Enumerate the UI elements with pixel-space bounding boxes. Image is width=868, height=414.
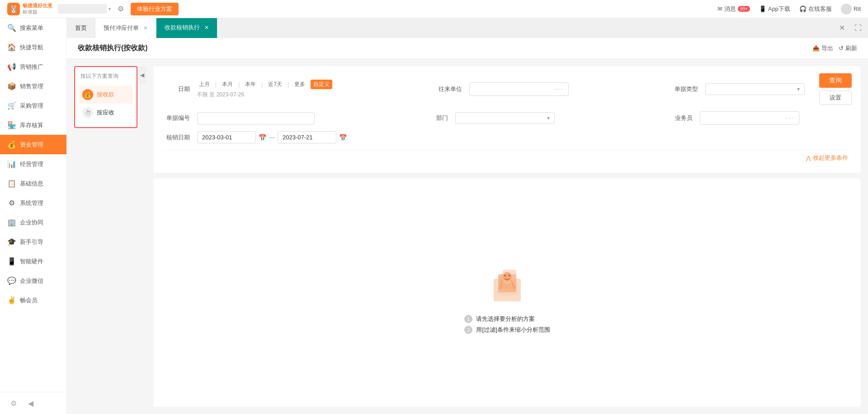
empty-state: 1 请先选择要分析的方案 2 用[过滤]条件来缩小分析范围 <box>154 178 861 407</box>
shortcut-this-year[interactable]: 本年 <box>243 80 258 89</box>
shortcut-last-month[interactable]: 上月 <box>197 80 212 89</box>
topbar-right: ✉ 消息 99+ 📱 App下载 🎧 在线客服 Rit <box>717 4 861 14</box>
collapse-more-button[interactable]: ⋀ 收起更多条件 <box>802 152 852 164</box>
company-name <box>58 4 107 14</box>
staff-field[interactable]: ··· <box>700 111 799 125</box>
form-row-2: 单据编号 部门 ▾ 业务员 ··· <box>163 111 852 125</box>
shortcut-custom[interactable]: 自定义 <box>311 80 332 89</box>
sidebar-item-system[interactable]: ⚙ 系统管理 <box>0 193 66 213</box>
more-conditions-row: ⋀ 收起更多条件 <box>163 150 852 166</box>
sidebar-item-purchase[interactable]: 🛒 采购管理 <box>0 96 66 115</box>
collapse-icon: ◀ <box>140 72 144 78</box>
solution-button[interactable]: 体验行业方案 <box>131 3 179 15</box>
tabbar: 首页 预付冲应付单 ✕ 收款核销执行 ✕ ✕ ⛶ <box>67 18 868 38</box>
refresh-icon: ↺ <box>839 45 844 52</box>
main-layout: 🔍 搜索菜单 🏠 快捷导航 📢 营销推广 📦 销售管理 🛒 采购管理 🏪 库存核… <box>0 18 868 414</box>
verify-date-start-input[interactable] <box>197 131 256 143</box>
sidebar-item-inventory[interactable]: 🏪 库存核算 <box>0 115 66 135</box>
filter-panel-title: 按以下方案查询 <box>79 72 133 80</box>
sidebar-item-wechat[interactable]: 💬 企业微信 <box>0 271 66 290</box>
doc-type-field[interactable]: ▾ <box>705 83 805 95</box>
dept-label: 部门 <box>430 114 448 122</box>
svg-point-8 <box>509 275 510 276</box>
filter-receipt-icon: 💰 <box>82 89 93 100</box>
sidebar-item-operation[interactable]: 📊 经营管理 <box>0 154 66 174</box>
sidebar-item-marketing[interactable]: 📢 营销推广 <box>0 57 66 76</box>
tab-close-receipt[interactable]: ✕ <box>204 24 209 31</box>
counterpart-label: 往来单位 <box>430 85 462 93</box>
app-download-item[interactable]: 📱 App下载 <box>759 5 790 13</box>
chevron-down-icon: ▾ <box>108 6 111 11</box>
date-range-info: 不限 至 2023-07-26 <box>197 91 332 99</box>
sidebar-item-hardware[interactable]: 📱 智能硬件 <box>0 252 66 271</box>
verify-date-end-input[interactable] <box>278 131 336 143</box>
logo-icon: 🐰 <box>7 3 20 15</box>
tab-close-all-icon[interactable]: ✕ <box>835 22 848 34</box>
doc-no-input[interactable] <box>197 112 315 124</box>
panel-collapse-button[interactable]: ◀ <box>137 66 146 84</box>
filter-item-by-receivable[interactable]: ⏱ 按应收 <box>79 104 133 122</box>
filter-item-by-receipt[interactable]: 💰 按收款 <box>79 86 133 104</box>
settings-button[interactable]: 设置 <box>819 90 852 105</box>
doc-type-label: 单据类型 <box>666 85 698 93</box>
enterprise-icon: 🏢 <box>7 218 16 227</box>
sidebar-item-sales[interactable]: 📦 销售管理 <box>0 76 66 96</box>
counterpart-field[interactable]: ··· <box>469 82 569 96</box>
svg-point-6 <box>496 289 519 296</box>
shortcut-more[interactable]: 更多 <box>292 80 307 89</box>
sidebar-collapse-icon[interactable]: ◀ <box>24 397 37 409</box>
svg-point-7 <box>504 275 506 276</box>
empty-step-1: 1 请先选择要分析的方案 <box>464 315 550 323</box>
tab-close-prepay[interactable]: ✕ <box>143 25 148 31</box>
message-item[interactable]: ✉ 消息 99+ <box>717 5 750 13</box>
query-form: 日期 上月 | 本月 | 本年 | 近7天 | 更多 <box>154 66 861 173</box>
user-area[interactable]: Rit <box>841 4 861 14</box>
marketing-icon: 📢 <box>7 62 16 71</box>
sidebar-item-member[interactable]: ✌ 畅会员 <box>0 290 66 310</box>
calendar-start-icon[interactable]: 📅 <box>259 134 266 141</box>
settings-icon[interactable]: ⚙ <box>114 3 127 15</box>
tab-expand-icon[interactable]: ⛶ <box>852 22 864 34</box>
username: Rit <box>854 5 861 12</box>
sidebar-item-basicinfo[interactable]: 📋 基础信息 <box>0 174 66 193</box>
export-icon: 📤 <box>812 45 820 52</box>
calendar-end-icon[interactable]: 📅 <box>339 134 347 141</box>
tab-home[interactable]: 首页 <box>67 18 95 38</box>
member-icon: ✌ <box>7 296 16 305</box>
query-button[interactable]: 查询 <box>819 73 852 88</box>
sidebar-item-enterprise[interactable]: 🏢 企业协同 <box>0 213 66 232</box>
hardware-icon: 📱 <box>7 257 16 266</box>
sidebar-item-finance[interactable]: 💰 资金管理 <box>0 135 66 154</box>
refresh-button[interactable]: ↺ 刷新 <box>839 44 857 52</box>
shortcut-this-month[interactable]: 本月 <box>220 80 235 89</box>
company-selector[interactable]: ▾ <box>58 4 111 14</box>
step-1-num: 1 <box>464 315 472 323</box>
online-service-item[interactable]: 🎧 在线客服 <box>799 5 832 13</box>
sidebar-settings-icon[interactable]: ⚙ <box>7 397 20 409</box>
counterpart-dots-icon: ··· <box>555 85 563 93</box>
logo-subtitle: 畅捷通好生意 标准版 <box>23 2 52 15</box>
logo: 🐰 畅捷通好生意 标准版 <box>7 2 52 15</box>
sidebar-item-quicknav[interactable]: 🏠 快捷导航 <box>0 38 66 57</box>
dept-field[interactable]: ▾ <box>455 112 555 124</box>
empty-instructions: 1 请先选择要分析的方案 2 用[过滤]条件来缩小分析范围 <box>464 315 550 334</box>
avatar <box>841 4 852 14</box>
search-icon: 🔍 <box>7 24 16 32</box>
export-button[interactable]: 📤 导出 <box>812 44 833 52</box>
purchase-icon: 🛒 <box>7 101 16 110</box>
app-icon: 📱 <box>759 5 766 12</box>
form-row-1: 日期 上月 | 本月 | 本年 | 近7天 | 更多 <box>163 73 852 105</box>
sidebar-item-beginner[interactable]: 🎓 新手引导 <box>0 232 66 252</box>
tab-prepay[interactable]: 预付冲应付单 ✕ <box>95 18 156 38</box>
wechat-icon: 💬 <box>7 276 16 285</box>
sidebar-item-search[interactable]: 🔍 搜索菜单 <box>0 18 66 38</box>
operation-icon: 📊 <box>7 160 16 168</box>
inventory-icon: 🏪 <box>7 121 16 129</box>
date-label: 日期 <box>163 85 190 93</box>
tabbar-actions: ✕ ⛶ <box>835 22 868 34</box>
basicinfo-icon: 📋 <box>7 179 16 188</box>
shortcut-7days[interactable]: 近7天 <box>266 80 284 89</box>
tab-receipt[interactable]: 收款核销执行 ✕ <box>156 18 217 38</box>
verify-date-label: 核销日期 <box>163 133 190 142</box>
main-content: 首页 预付冲应付单 ✕ 收款核销执行 ✕ ✕ ⛶ 收款核销执行(按收款) 📤 导… <box>67 18 868 414</box>
